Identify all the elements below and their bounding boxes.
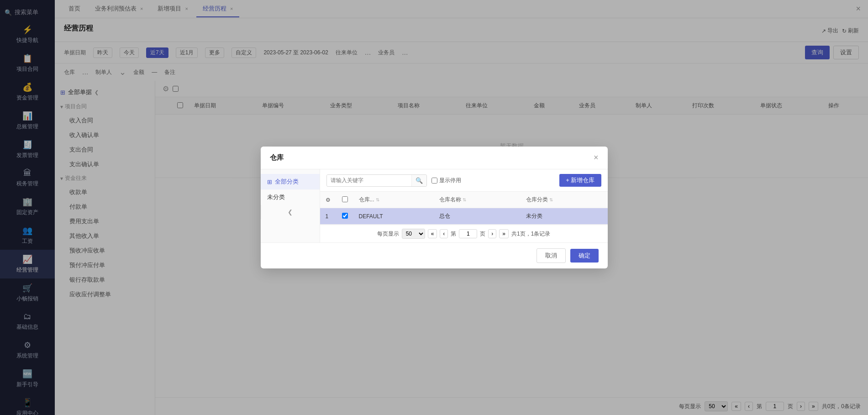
modal-header: 仓库 × bbox=[261, 147, 608, 169]
modal-right-panel: 🔍 显示停用 + 新增仓库 ⚙ bbox=[320, 169, 608, 242]
modal-first-btn[interactable]: « bbox=[428, 229, 437, 238]
modal-page-label: 第 bbox=[451, 230, 456, 238]
modal-per-page-select[interactable]: 50 10 20 100 bbox=[402, 229, 425, 239]
modal-left-collapse-btn[interactable]: ❮ bbox=[261, 205, 320, 219]
warehouse-row[interactable]: 1 DEFAULT 总仓 未分类 bbox=[320, 208, 608, 225]
show-disabled-label: 显示停用 bbox=[439, 177, 461, 184]
modal-toolbar: 🔍 显示停用 + 新增仓库 bbox=[320, 169, 608, 192]
modal-td-code: DEFAULT bbox=[353, 208, 434, 225]
modal-th-code: 仓库... ⇅ bbox=[353, 192, 434, 208]
modal-td-index: 1 bbox=[320, 208, 337, 225]
modal-pagination: 每页显示 50 10 20 100 « ‹ 第 页 › » 共1页，1条记录 bbox=[320, 225, 608, 242]
modal-title: 仓库 bbox=[270, 153, 284, 162]
modal-search-box: 🔍 bbox=[326, 174, 427, 187]
category-all[interactable]: ⊞ 全部分类 bbox=[261, 174, 320, 189]
sort-icon-code: ⇅ bbox=[376, 197, 379, 202]
modal-th-name: 仓库名称 ⇅ bbox=[434, 192, 521, 208]
modal-table-wrap: ⚙ 仓库... ⇅ 仓库名称 bbox=[320, 192, 608, 225]
add-warehouse-btn[interactable]: + 新增仓库 bbox=[559, 174, 601, 187]
modal-th-settings: ⚙ bbox=[320, 192, 337, 208]
category-unclassified-label: 未分类 bbox=[267, 193, 285, 201]
modal-search-icon[interactable]: 🔍 bbox=[411, 175, 426, 186]
modal-search-input[interactable] bbox=[327, 175, 411, 186]
modal-td-name: 总仓 bbox=[434, 208, 521, 225]
modal-cancel-btn[interactable]: 取消 bbox=[537, 248, 566, 263]
show-disabled-checkbox[interactable] bbox=[431, 178, 437, 184]
category-all-label: 全部分类 bbox=[275, 178, 299, 186]
modal-select-all-checkbox[interactable] bbox=[342, 196, 348, 202]
modal-per-page-label: 每页显示 bbox=[377, 230, 399, 238]
modal-confirm-btn[interactable]: 确定 bbox=[570, 249, 599, 263]
modal-body: ⊞ 全部分类 未分类 ❮ 🔍 显示停用 bbox=[261, 169, 608, 242]
modal-prev-btn[interactable]: ‹ bbox=[440, 229, 448, 238]
modal-page-input[interactable] bbox=[459, 229, 477, 238]
show-disabled-checkbox-label[interactable]: 显示停用 bbox=[431, 177, 461, 184]
sort-icon-name: ⇅ bbox=[463, 197, 466, 202]
modal-total-info: 共1页，1条记录 bbox=[511, 230, 550, 238]
modal-overlay: 仓库 × ⊞ 全部分类 未分类 ❮ bbox=[0, 0, 868, 415]
modal-next-btn[interactable]: › bbox=[488, 229, 496, 238]
sort-icon-category: ⇅ bbox=[549, 197, 553, 202]
modal-warehouse-table: ⚙ 仓库... ⇅ 仓库名称 bbox=[320, 192, 608, 225]
modal-last-btn[interactable]: » bbox=[499, 229, 509, 238]
modal-category-panel: ⊞ 全部分类 未分类 ❮ bbox=[261, 169, 320, 242]
row-select-checkbox[interactable] bbox=[342, 213, 348, 219]
warehouse-modal: 仓库 × ⊞ 全部分类 未分类 ❮ bbox=[261, 147, 608, 268]
modal-td-category: 未分类 bbox=[521, 208, 607, 225]
modal-settings-icon[interactable]: ⚙ bbox=[326, 197, 331, 203]
modal-close-btn[interactable]: × bbox=[594, 153, 599, 163]
category-grid-icon: ⊞ bbox=[267, 179, 272, 185]
category-unclassified[interactable]: 未分类 bbox=[261, 189, 320, 205]
modal-th-category: 仓库分类 ⇅ bbox=[521, 192, 607, 208]
modal-td-checkbox bbox=[337, 208, 353, 225]
modal-page-suffix: 页 bbox=[480, 230, 485, 238]
modal-footer: 取消 确定 bbox=[261, 242, 608, 268]
modal-th-checkbox bbox=[337, 192, 353, 208]
